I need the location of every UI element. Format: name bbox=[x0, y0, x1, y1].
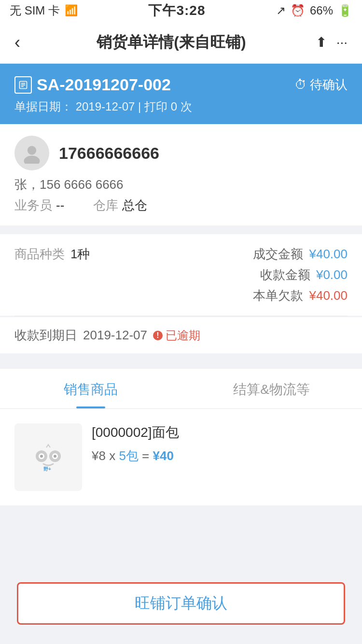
share-icon[interactable]: ⬆ bbox=[316, 34, 327, 50]
debt-label: 本单欠款 bbox=[253, 287, 303, 304]
confirm-order-button[interactable]: 旺铺订单确认 bbox=[17, 582, 345, 625]
product-info: [0000002]面包 ¥8 x 5包 = ¥40 bbox=[92, 423, 348, 491]
page-title: 销货单详情(来自旺铺) bbox=[43, 32, 299, 53]
alarm-icon: ⏰ bbox=[291, 4, 305, 17]
divider-1 bbox=[0, 226, 362, 234]
order-header-top: SA-20191207-002 ⏱ 待确认 bbox=[14, 75, 348, 94]
equals-sign: = bbox=[142, 448, 153, 463]
product-section: 野+ [0000002]面包 ¥8 x 5包 = ¥40 bbox=[0, 409, 362, 505]
goods-type-value: 1种 bbox=[70, 246, 90, 263]
nav-bar: ‹ 销货单详情(来自旺铺) ⬆ ··· bbox=[0, 21, 362, 64]
tab-sales-products[interactable]: 销售商品 bbox=[0, 369, 181, 408]
battery-text: 66% bbox=[310, 4, 333, 17]
product-name: [0000002]面包 bbox=[92, 423, 348, 442]
due-section: 收款到期日 2019-12-07 ! 已逾期 bbox=[0, 317, 362, 353]
divider-2 bbox=[0, 353, 362, 361]
product-item: 野+ [0000002]面包 ¥8 x 5包 = ¥40 bbox=[14, 419, 348, 496]
status-text: 待确认 bbox=[310, 76, 348, 93]
product-thumbnail: 野+ bbox=[14, 423, 82, 491]
goods-type-label: 商品种类 bbox=[14, 246, 65, 263]
customer-meta: 业务员 -- 仓库 总仓 bbox=[14, 197, 348, 214]
order-date-row: 单据日期： 2019-12-07 | 打印 0 次 bbox=[14, 99, 348, 114]
customer-section: 17666666666 张，156 6666 6666 业务员 -- 仓库 总仓 bbox=[0, 124, 362, 225]
customer-row: 17666666666 bbox=[14, 136, 348, 170]
debt-row: 本单欠款 ¥40.00 bbox=[253, 287, 348, 304]
overdue-icon: ! bbox=[153, 331, 163, 340]
product-price: ¥8 x 5包 = ¥40 bbox=[92, 448, 348, 464]
receipt-label: 收款金额 bbox=[260, 266, 310, 283]
receipt-value: ¥0.00 bbox=[316, 267, 348, 282]
wifi-icon: 📶 bbox=[65, 4, 78, 17]
overdue-badge: ! 已逾期 bbox=[153, 328, 200, 343]
date-label: 单据日期： bbox=[14, 100, 72, 113]
due-label: 收款到期日 bbox=[14, 327, 77, 344]
summary-section: 商品种类 1种 成交金额 ¥40.00 收款金额 ¥0.00 本单欠款 ¥40.… bbox=[0, 234, 362, 316]
amounts: 成交金额 ¥40.00 收款金额 ¥0.00 本单欠款 ¥40.00 bbox=[253, 246, 348, 304]
svg-text:野+: 野+ bbox=[43, 466, 51, 472]
order-id: SA-20191207-002 bbox=[14, 75, 171, 94]
thin-divider bbox=[14, 316, 348, 316]
goods-type: 商品种类 1种 bbox=[14, 246, 90, 263]
warehouse-meta: 仓库 总仓 bbox=[93, 197, 147, 214]
back-button[interactable]: ‹ bbox=[14, 32, 43, 53]
overdue-text: 已逾期 bbox=[166, 328, 200, 343]
print-info: | 打印 0 次 bbox=[138, 100, 192, 113]
summary-row: 商品种类 1种 成交金额 ¥40.00 收款金额 ¥0.00 本单欠款 ¥40.… bbox=[14, 246, 348, 304]
quantity: 5包 bbox=[119, 448, 138, 463]
tab-settlement-logistics[interactable]: 结算&物流等 bbox=[181, 369, 362, 408]
order-icon bbox=[14, 76, 32, 94]
location-icon: ↗ bbox=[276, 4, 286, 17]
due-date: 2019-12-07 bbox=[83, 328, 147, 343]
order-status: ⏱ 待确认 bbox=[294, 76, 348, 93]
multiply-sign: x bbox=[109, 448, 119, 463]
tabs-section: 销售商品 结算&物流等 bbox=[0, 369, 362, 409]
sales-value: -- bbox=[56, 198, 64, 213]
transaction-value: ¥40.00 bbox=[309, 247, 348, 262]
sales-label: 业务员 bbox=[14, 197, 52, 214]
total-price: ¥40 bbox=[153, 448, 174, 463]
status-clock-icon: ⏱ bbox=[294, 77, 307, 92]
transaction-row: 成交金额 ¥40.00 bbox=[253, 246, 348, 263]
svg-point-4 bbox=[28, 146, 36, 154]
tabs-row: 销售商品 结算&物流等 bbox=[0, 369, 362, 408]
avatar bbox=[14, 136, 49, 170]
order-id-text: SA-20191207-002 bbox=[37, 75, 171, 94]
carrier-text: 无 SIM 卡 bbox=[10, 3, 60, 18]
svg-point-10 bbox=[40, 455, 43, 458]
warehouse-label: 仓库 bbox=[93, 197, 118, 214]
svg-point-5 bbox=[24, 156, 40, 164]
status-left: 无 SIM 卡 📶 bbox=[10, 3, 78, 18]
svg-point-11 bbox=[54, 455, 56, 458]
debt-value: ¥40.00 bbox=[309, 288, 348, 303]
warehouse-value: 总仓 bbox=[122, 197, 147, 214]
confirm-btn-container: 旺铺订单确认 bbox=[17, 582, 345, 625]
receipt-row: 收款金额 ¥0.00 bbox=[260, 266, 348, 283]
time-display: 下午3:28 bbox=[148, 1, 205, 20]
date-value: 2019-12-07 bbox=[76, 100, 135, 113]
order-header: SA-20191207-002 ⏱ 待确认 单据日期： 2019-12-07 |… bbox=[0, 64, 362, 124]
sales-meta: 业务员 -- bbox=[14, 197, 64, 214]
transaction-label: 成交金额 bbox=[253, 246, 303, 263]
customer-name-info: 张，156 6666 6666 bbox=[14, 176, 348, 193]
price-value: ¥8 bbox=[92, 448, 106, 463]
customer-phone[interactable]: 17666666666 bbox=[59, 144, 159, 163]
battery-icon: 🔋 bbox=[338, 4, 352, 17]
nav-actions: ⬆ ··· bbox=[299, 34, 348, 50]
status-bar: 无 SIM 卡 📶 下午3:28 ↗ ⏰ 66% 🔋 bbox=[0, 0, 362, 21]
status-right: ↗ ⏰ 66% 🔋 bbox=[276, 4, 352, 17]
more-icon[interactable]: ··· bbox=[336, 35, 348, 50]
